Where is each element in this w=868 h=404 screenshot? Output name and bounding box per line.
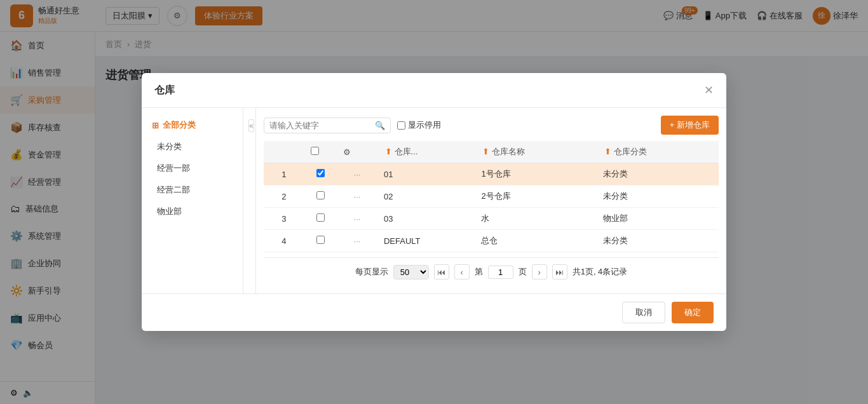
category-item-0[interactable]: 未分类 bbox=[142, 136, 243, 158]
per-page-select[interactable]: 50 10 20 100 bbox=[393, 265, 429, 279]
row-gear[interactable]: ··· bbox=[337, 230, 377, 252]
row-name: 水 bbox=[475, 208, 597, 230]
add-warehouse-button[interactable]: + 新增仓库 bbox=[661, 116, 719, 135]
category-item-1[interactable]: 经营一部 bbox=[142, 158, 243, 179]
category-item-2[interactable]: 经营二部 bbox=[142, 179, 243, 201]
warehouse-table: ⚙ ⬆ 仓库... ⬆ 仓库名称 ⬆ bbox=[264, 141, 719, 252]
search-input[interactable] bbox=[269, 121, 375, 130]
row-name: 2号仓库 bbox=[475, 185, 597, 208]
sort-icon-name: ⬆ bbox=[482, 147, 489, 156]
category-label-0: 未分类 bbox=[157, 142, 182, 151]
col-header-check bbox=[304, 141, 337, 163]
page-label: 第 bbox=[475, 266, 483, 278]
all-category-item[interactable]: ⊞ 全部分类 bbox=[142, 114, 243, 136]
last-page-button[interactable]: ⏭ bbox=[552, 264, 567, 279]
row-code: 02 bbox=[377, 185, 475, 208]
show-disabled-wrap: 显示停用 bbox=[397, 119, 441, 131]
row-check[interactable] bbox=[304, 185, 337, 208]
row-num: 2 bbox=[264, 185, 304, 208]
sort-icon-code: ⬆ bbox=[385, 147, 392, 156]
sort-icon-cat: ⬆ bbox=[604, 147, 611, 156]
row-check[interactable] bbox=[304, 208, 337, 230]
category-label-3: 物业部 bbox=[157, 206, 182, 216]
show-disabled-label: 显示停用 bbox=[408, 119, 441, 131]
row-name: 1号仓库 bbox=[475, 163, 597, 185]
page-unit: 页 bbox=[519, 266, 527, 278]
row-code: 03 bbox=[377, 208, 475, 230]
per-page-label: 每页显示 bbox=[355, 266, 388, 278]
row-code: DEFAULT bbox=[377, 230, 475, 252]
row-gear[interactable]: ··· bbox=[337, 208, 377, 230]
category-label-1: 经营一部 bbox=[157, 163, 190, 173]
modal-overlay[interactable]: 仓库 ✕ ⊞ 全部分类 未分类 经营一部 经营二部 bbox=[0, 0, 868, 404]
row-category: 未分类 bbox=[597, 230, 719, 252]
pagination: 每页显示 50 10 20 100 ⏮ ‹ 第 页 › ⏭ 共1页, 4条记录 bbox=[264, 257, 719, 286]
show-disabled-checkbox[interactable] bbox=[397, 121, 405, 130]
prev-page-button[interactable]: ‹ bbox=[454, 264, 470, 279]
cancel-button[interactable]: 取消 bbox=[622, 302, 665, 323]
search-input-wrap: 🔍 bbox=[264, 118, 391, 133]
modal: 仓库 ✕ ⊞ 全部分类 未分类 经营一部 经营二部 bbox=[142, 73, 726, 331]
gear-col-icon: ⚙ bbox=[343, 147, 351, 157]
category-item-3[interactable]: 物业部 bbox=[142, 201, 243, 222]
row-gear[interactable]: ··· bbox=[337, 185, 377, 208]
all-category-label: 全部分类 bbox=[163, 119, 196, 131]
col-header-gear: ⚙ bbox=[337, 141, 377, 163]
table-panel: 🔍 显示停用 + 新增仓库 bbox=[256, 108, 726, 293]
table-row[interactable]: 4 ··· DEFAULT 总仓 未分类 bbox=[264, 230, 719, 252]
collapse-button[interactable]: « bbox=[248, 119, 254, 132]
modal-footer: 取消 确定 bbox=[142, 293, 726, 331]
modal-title: 仓库 bbox=[154, 84, 175, 97]
table-toolbar: 🔍 显示停用 + 新增仓库 bbox=[264, 116, 719, 135]
select-all-checkbox[interactable] bbox=[311, 147, 319, 155]
row-num: 4 bbox=[264, 230, 304, 252]
category-label-2: 经营二部 bbox=[157, 185, 190, 194]
row-check[interactable] bbox=[304, 230, 337, 252]
table-row[interactable]: 3 ··· 03 水 物业部 bbox=[264, 208, 719, 230]
grid-icon: ⊞ bbox=[152, 121, 159, 130]
close-button[interactable]: ✕ bbox=[704, 83, 714, 97]
row-num: 3 bbox=[264, 208, 304, 230]
table-row[interactable]: 2 ··· 02 2号仓库 未分类 bbox=[264, 185, 719, 208]
row-category: 物业部 bbox=[597, 208, 719, 230]
row-num: 1 bbox=[264, 163, 304, 185]
row-category: 未分类 bbox=[597, 185, 719, 208]
page-input[interactable] bbox=[488, 266, 513, 279]
modal-body: ⊞ 全部分类 未分类 经营一部 经营二部 物业部 « bbox=[142, 108, 726, 293]
col-header-num bbox=[264, 141, 304, 163]
first-page-button[interactable]: ⏮ bbox=[434, 264, 449, 279]
category-panel: ⊞ 全部分类 未分类 经营一部 经营二部 物业部 bbox=[142, 108, 243, 293]
col-header-name: ⬆ 仓库名称 bbox=[475, 141, 597, 163]
modal-header: 仓库 ✕ bbox=[142, 73, 726, 108]
search-icon: 🔍 bbox=[375, 121, 385, 130]
row-category: 未分类 bbox=[597, 163, 719, 185]
next-page-button[interactable]: › bbox=[532, 264, 547, 279]
col-header-code: ⬆ 仓库... bbox=[377, 141, 475, 163]
col-header-category: ⬆ 仓库分类 bbox=[597, 141, 719, 163]
total-info: 共1页, 4条记录 bbox=[573, 266, 628, 278]
row-code: 01 bbox=[377, 163, 475, 185]
confirm-button[interactable]: 确定 bbox=[672, 302, 714, 323]
row-gear[interactable]: ··· bbox=[337, 163, 377, 185]
row-check[interactable] bbox=[304, 163, 337, 185]
row-name: 总仓 bbox=[475, 230, 597, 252]
table-row[interactable]: 1 ··· 01 1号仓库 未分类 bbox=[264, 163, 719, 185]
